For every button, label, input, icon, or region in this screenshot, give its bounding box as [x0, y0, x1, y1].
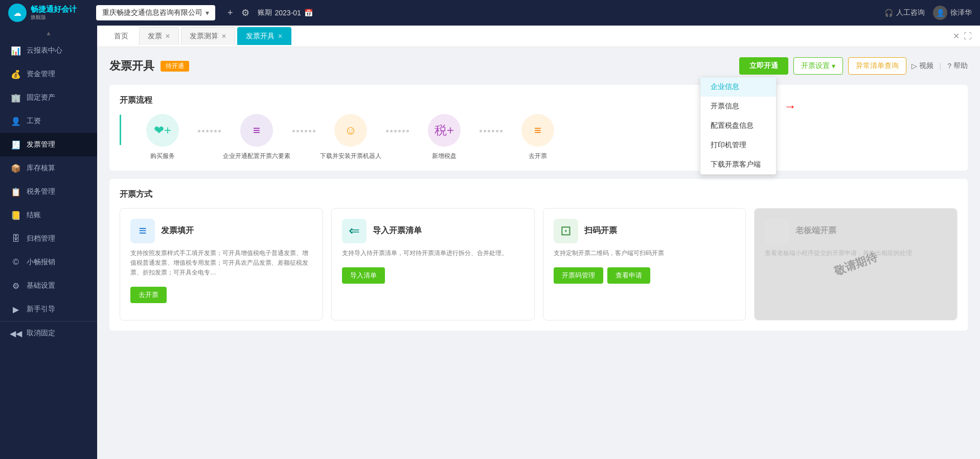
sidebar-item-结账[interactable]: 📒 结账 [0, 203, 97, 227]
sidebar-label-3: 工资 [27, 117, 41, 126]
flow-step-icon-4: ≡ [521, 114, 554, 147]
sidebar-label-1: 资金管理 [27, 70, 55, 79]
flow-step-2: ☺下载并安装开票机器人 [317, 114, 384, 160]
sidebar-label-0: 云报表中心 [27, 46, 62, 55]
method-title-0: 发票填开 [161, 225, 194, 236]
sidebar-item-cancel-pin[interactable]: ◀◀ 取消固定 [0, 322, 97, 345]
consulting-button[interactable]: 🎧 人工咨询 [884, 8, 925, 17]
method-header-2: ⊡ 扫码开票 [554, 219, 736, 243]
abnormal-list-button[interactable]: 异常清单查询 [848, 57, 906, 75]
sidebar-item-云报表中心[interactable]: 📊 云报表中心 [0, 39, 97, 62]
dropdown-item-4[interactable]: 下载开票客户端 [700, 155, 776, 174]
method-action2-2[interactable]: 查看申请 [607, 267, 650, 284]
logo-area: ☁ 畅捷通好会计 旗舰版 [8, 4, 90, 22]
sidebar-icon-8: 🗄 [10, 233, 21, 244]
sidebar-item-新手引导[interactable]: ▶ 新手引导 [0, 297, 97, 321]
method-header-1: ⇐ 导入开票清单 [342, 219, 524, 243]
video-button[interactable]: ▷ 视频 [911, 61, 933, 71]
sidebar-scroll-up[interactable]: ▲ [45, 30, 52, 37]
sidebar-label-4: 发票管理 [27, 140, 55, 149]
method-desc-0: 支持按照发票样式手工填开发票；可开具增值税电子普通发票、增值税普通发票、增值税专… [130, 248, 312, 278]
activate-button[interactable]: 立即开通 [739, 57, 788, 75]
period-info: 账期 2023-01 📅 [258, 8, 313, 17]
tab-首页[interactable]: 首页 [105, 27, 137, 45]
sidebar-item-库存核算[interactable]: 📦 库存核算 [0, 156, 97, 180]
tab-close-all-button[interactable]: ✕ [953, 31, 960, 41]
flow-connector-0 [196, 130, 223, 132]
method-title-2: 扫码开票 [584, 225, 617, 236]
tab-close-3[interactable]: ✕ [278, 33, 283, 40]
user-area[interactable]: 👤 徐泽华 [933, 6, 972, 20]
period-calendar-icon[interactable]: 📅 [304, 9, 313, 17]
settings-dropdown-menu: 企业信息开票信息配置税盘信息打印机管理下载开票客户端 → [700, 77, 777, 175]
sidebar-label-10: 基础设置 [27, 281, 55, 290]
sidebar-icon-1: 💰 [10, 68, 21, 80]
method-header-0: ≡ 发票填开 [130, 219, 312, 243]
cancel-pin-icon: ◀◀ [10, 328, 21, 339]
flow-step-icon-0: ❤+ [146, 114, 179, 147]
dropdown-item-2[interactable]: 配置税盘信息 [700, 116, 776, 135]
company-selector[interactable]: 重庆畅捷交通信息咨询有限公司 ▾ [96, 5, 215, 20]
flow-step-icon-1: ≡ [240, 114, 273, 147]
headset-icon: 🎧 [884, 9, 893, 17]
help-button[interactable]: ? 帮助 [947, 61, 968, 71]
flow-step-icon-2: ☺ [334, 114, 367, 147]
method-action1-2[interactable]: 开票码管理 [554, 267, 603, 284]
topbar-actions: + ⚙ [225, 5, 252, 20]
dropdown-item-0[interactable]: 企业信息 [700, 77, 776, 97]
tab-发票[interactable]: 发票✕ [139, 27, 179, 45]
method-card-2: ⊡ 扫码开票 支持定制开票二维码，客户端可扫码开票 开票码管理查看申请 [543, 208, 746, 320]
methods-grid: ≡ 发票填开 支持按照发票样式手工填开发票；可开具增值税电子普通发票、增值税普通… [120, 208, 958, 320]
tab-label-1: 发票 [148, 32, 162, 41]
sidebar-item-基础设置[interactable]: ⚙ 基础设置 [0, 274, 97, 297]
logo-icon: ☁ [8, 4, 27, 22]
method-action1-0[interactable]: 去开票 [130, 287, 167, 303]
status-badge: 待开通 [161, 61, 189, 72]
company-name: 重庆畅捷交通信息咨询有限公司 [102, 8, 202, 17]
sidebar-item-发票管理[interactable]: 🧾 发票管理 [0, 133, 97, 156]
avatar: 👤 [933, 6, 947, 20]
tab-close-1[interactable]: ✕ [165, 33, 170, 40]
flow-step-label-3: 新增税盘 [432, 152, 457, 160]
page-header: 发票开具 待开通 立即开通 开票设置 ▾ 企业信息开票信息配置税盘信息打印机管理… [109, 57, 968, 75]
method-card-3: 老板端开票 查看老板端小程序提交的开票申请，并作出相应的处理 敬请期待 [754, 208, 958, 320]
method-desc-1: 支持导入待开票清单，可对待开票清单进行拆分、合并处理。 [342, 248, 524, 258]
tab-label-3: 发票开具 [246, 32, 275, 41]
flow-step-icon-3: 税+ [428, 114, 461, 147]
sidebar-icon-0: 📊 [10, 45, 21, 56]
method-card-1: ⇐ 导入开票清单 支持导入待开票清单，可对待开票清单进行拆分、合并处理。 导入清… [331, 208, 535, 320]
sidebar-item-小畅报销[interactable]: © 小畅报销 [0, 250, 97, 274]
sidebar-item-税务管理[interactable]: 📋 税务管理 [0, 180, 97, 203]
settings-dropdown-button[interactable]: 开票设置 ▾ [793, 57, 843, 75]
sidebar-label-8: 归档管理 [27, 234, 55, 243]
sidebar-icon-11: ▶ [10, 304, 21, 315]
tab-发票开具[interactable]: 发票开具✕ [237, 27, 291, 45]
sidebar-icon-2: 🏢 [10, 92, 21, 103]
method-action1-1[interactable]: 导入清单 [342, 267, 385, 284]
sidebar-icon-9: © [10, 257, 21, 268]
method-card-0: ≡ 发票填开 支持按照发票样式手工填开发票；可开具增值税电子普通发票、增值税普通… [120, 208, 323, 320]
red-arrow-indicator: → [784, 99, 796, 113]
sidebar-label-6: 税务管理 [27, 187, 55, 196]
tab-发票测算[interactable]: 发票测算✕ [181, 27, 235, 45]
settings-button[interactable]: ⚙ [239, 5, 252, 20]
period-label: 账期 [258, 8, 272, 17]
tab-fullscreen-button[interactable]: ⛶ [964, 31, 972, 41]
dropdown-item-3[interactable]: 打印机管理 [700, 135, 776, 155]
sidebar-item-固定资产[interactable]: 🏢 固定资产 [0, 86, 97, 109]
sidebar-icon-5: 📦 [10, 163, 21, 174]
sidebar-item-工资[interactable]: 👤 工资 [0, 109, 97, 133]
flow-step-4: ≡去开票 [505, 114, 571, 160]
sidebar-item-归档管理[interactable]: 🗄 归档管理 [0, 227, 97, 250]
flow-step-0: ❤+购买服务 [129, 114, 196, 160]
add-tab-button[interactable]: + [225, 6, 235, 20]
flow-step-label-0: 购买服务 [150, 152, 175, 160]
dropdown-item-1[interactable]: 开票信息 [700, 97, 776, 116]
tab-close-2[interactable]: ✕ [221, 33, 226, 40]
settings-dropdown-arrow-icon: ▾ [832, 62, 835, 70]
sidebar-label-9: 小畅报销 [27, 258, 55, 267]
content-area: 首页发票✕发票测算✕发票开具✕ ✕ ⛶ 发票开具 待开通 立即开通 开票设置 [97, 26, 980, 459]
sidebar-icon-3: 👤 [10, 116, 21, 127]
sidebar-item-资金管理[interactable]: 💰 资金管理 [0, 62, 97, 86]
method-actions-1: 导入清单 [342, 267, 524, 284]
